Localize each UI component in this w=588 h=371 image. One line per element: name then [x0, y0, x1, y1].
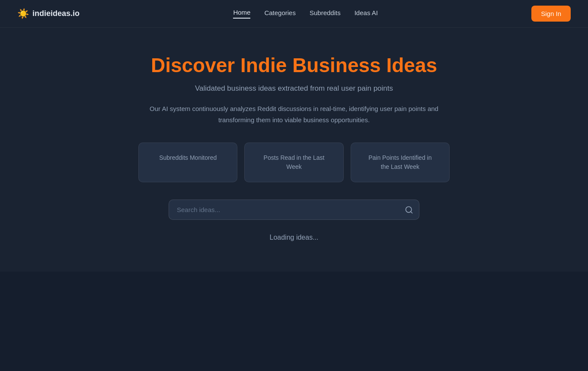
nav-link-ideas-ai[interactable]: Ideas AI: [355, 9, 378, 18]
hero-section: Discover Indie Business Ideas Validated …: [0, 28, 588, 272]
search-container: [169, 200, 419, 220]
nav-links: Home Categories Subreddits Ideas AI: [233, 9, 378, 19]
hero-description: Our AI system continuously analyzes Redd…: [147, 103, 441, 125]
nav-link-subreddits[interactable]: Subreddits: [310, 9, 341, 18]
stat-label-posts: Posts Read in the Last Week: [264, 154, 325, 170]
navbar: ☀️ indieideas.io Home Categories Subredd…: [0, 0, 588, 28]
stat-card-pain-points: Pain Points Identified in the Last Week: [351, 143, 450, 182]
nav-right: Sign In: [531, 6, 571, 22]
stats-row: Subreddits Monitored Posts Read in the L…: [138, 143, 450, 182]
svg-line-1: [411, 212, 412, 213]
loading-text: Loading ideas...: [270, 234, 319, 241]
stat-card-posts: Posts Read in the Last Week: [244, 143, 343, 182]
sign-in-button[interactable]: Sign In: [531, 6, 571, 22]
stat-label-pain-points: Pain Points Identified in the Last Week: [368, 154, 431, 170]
search-button[interactable]: [405, 206, 413, 214]
hero-subtitle: Validated business ideas extracted from …: [195, 84, 393, 93]
logo-text: indieideas.io: [32, 9, 80, 18]
stat-card-subreddits: Subreddits Monitored: [138, 143, 237, 182]
stat-label-subreddits: Subreddits Monitored: [159, 154, 217, 161]
hero-title: Discover Indie Business Ideas: [151, 54, 437, 77]
search-icon: [405, 206, 413, 214]
search-input[interactable]: [169, 200, 419, 220]
nav-link-home[interactable]: Home: [233, 9, 250, 19]
bottom-section: [0, 272, 588, 371]
logo-icon: ☀️: [17, 8, 29, 19]
nav-link-categories[interactable]: Categories: [264, 9, 296, 18]
nav-logo[interactable]: ☀️ indieideas.io: [17, 8, 80, 19]
